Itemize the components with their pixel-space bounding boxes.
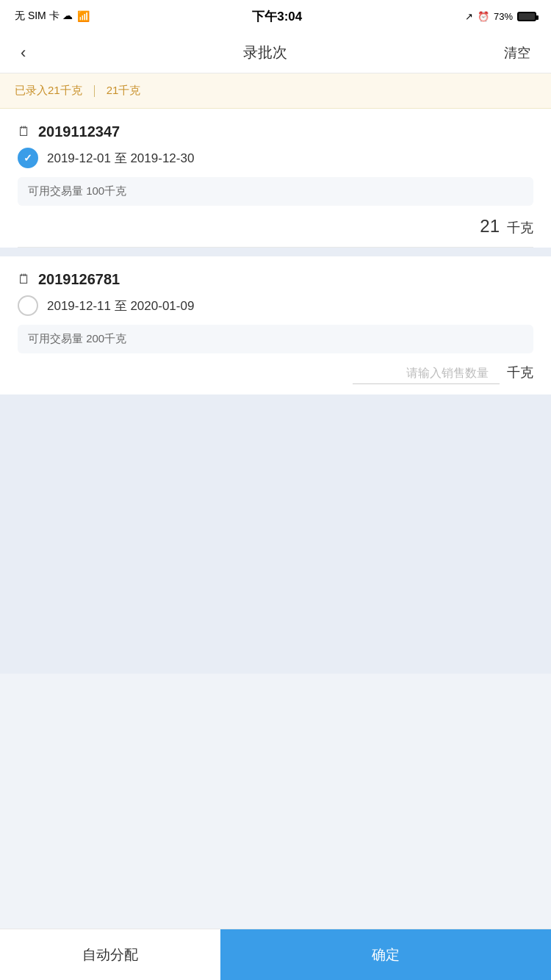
radio-unchecked-2[interactable]	[18, 295, 38, 316]
quantity-input-2[interactable]	[353, 365, 500, 384]
section-separator	[0, 248, 551, 256]
batch-unit-1: 千克	[507, 219, 533, 237]
batch-amount-1: 21	[480, 216, 500, 237]
batch-date-row-2: 2019-12-11 至 2020-01-09	[18, 295, 533, 316]
status-left: 无 SIM 卡 ☁ 📶	[15, 10, 90, 23]
batch-id-2: 2019126781	[38, 271, 120, 288]
doc-icon-2: 🗒	[18, 272, 31, 287]
page-title: 录批次	[243, 43, 287, 62]
batch-id-1: 2019112347	[38, 123, 120, 140]
info-banner: 已录入21千克 21千克	[0, 73, 551, 109]
alarm-icon: ⏰	[478, 11, 489, 22]
recorded-value: 21千克	[107, 84, 141, 98]
batch-available-1: 可用交易量 100千克	[18, 177, 533, 206]
back-button[interactable]: ‹	[15, 37, 32, 68]
empty-content-area	[0, 394, 551, 674]
batch-amount-row-1: 21 千克	[18, 206, 533, 248]
status-time: 下午3:04	[252, 8, 302, 25]
recorded-label: 已录入21千克	[15, 84, 82, 98]
battery-icon	[517, 12, 536, 21]
batch-date-row-1: ✓ 2019-12-01 至 2019-12-30	[18, 148, 533, 168]
radio-checked-1[interactable]: ✓	[18, 148, 38, 168]
batch-card-2: 🗒 2019126781 2019-12-11 至 2020-01-09 可用交…	[0, 256, 551, 394]
doc-icon-1: 🗒	[18, 124, 31, 140]
wifi-icon: 📶	[77, 10, 90, 22]
auto-distribute-button[interactable]: 自动分配	[0, 929, 220, 980]
battery-percent: 73%	[494, 11, 513, 22]
batch-input-row-2: 千克	[18, 353, 533, 394]
batch-header-1: 🗒 2019112347	[18, 123, 533, 140]
status-right: ↗ ⏰ 73%	[465, 11, 536, 22]
batch-date-1: 2019-12-01 至 2019-12-30	[47, 150, 194, 167]
batch-available-2: 可用交易量 200千克	[18, 325, 533, 353]
batch-card-1: 🗒 2019112347 ✓ 2019-12-01 至 2019-12-30 可…	[0, 109, 551, 248]
check-icon-1: ✓	[24, 152, 32, 164]
status-bar: 无 SIM 卡 ☁ 📶 下午3:04 ↗ ⏰ 73%	[0, 0, 551, 32]
bottom-bar: 自动分配 确定	[0, 929, 551, 980]
clear-button[interactable]: 清空	[498, 38, 536, 68]
confirm-button[interactable]: 确定	[220, 929, 551, 980]
location-icon: ↗	[465, 11, 473, 22]
batch-header-2: 🗒 2019126781	[18, 271, 533, 288]
batch-unit-2: 千克	[507, 364, 533, 381]
info-divider	[94, 85, 95, 97]
sim-label: 无 SIM 卡 ☁	[15, 10, 73, 23]
nav-bar: ‹ 录批次 清空	[0, 32, 551, 73]
batch-date-2: 2019-12-11 至 2020-01-09	[47, 298, 194, 314]
